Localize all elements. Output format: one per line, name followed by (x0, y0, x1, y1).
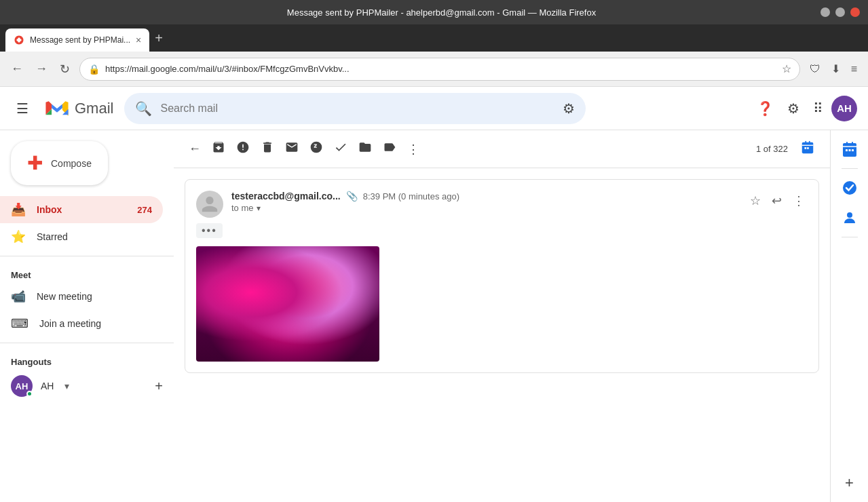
reload-button[interactable]: ↻ (57, 59, 73, 79)
url-text: https://mail.google.com/mail/u/3/#inbox/… (105, 64, 776, 74)
download-button[interactable]: ⬇ (829, 60, 843, 78)
url-bar[interactable]: 🔒 https://mail.google.com/mail/u/3/#inbo… (79, 58, 800, 81)
sidebar-divider (0, 256, 174, 256)
email-meta: testeraccbd@gmail.co... 📎 8:39 PM (0 min… (231, 191, 739, 213)
move-to-button[interactable] (354, 136, 376, 161)
reply-email-button[interactable]: ↩ (769, 191, 785, 211)
right-panel-divider-2 (842, 237, 858, 237)
mark-unread-button[interactable] (281, 136, 303, 161)
sidebar-item-starred[interactable]: ⭐ Starred (0, 223, 163, 250)
back-to-inbox-button[interactable]: ← (185, 138, 205, 160)
hangouts-username: AH (41, 381, 54, 391)
add-app-button[interactable]: + (836, 469, 863, 497)
gmail-logo: Gmail (45, 96, 113, 121)
online-status-dot (26, 391, 33, 397)
tabbar: Message sent by PHPMai... × + (0, 24, 868, 52)
hangouts-dropdown-icon[interactable]: ▾ (64, 381, 69, 391)
titlebar: Message sent by PHPMailer - ahelperbd@gm… (0, 0, 868, 24)
bookmark-icon[interactable]: ☆ (782, 62, 791, 75)
maximize-button[interactable] (835, 7, 845, 17)
email-image (196, 246, 379, 362)
email-time: 8:39 PM (0 minutes ago) (363, 191, 459, 201)
address-icons: 🛡 ⬇ ≡ (807, 60, 860, 78)
tab-favicon (14, 35, 24, 45)
hamburger-menu-button[interactable]: ☰ (11, 95, 34, 122)
svg-rect-6 (846, 142, 848, 144)
hangouts-section-label: Hangouts (0, 349, 174, 370)
addressbar: ← → ↻ 🔒 https://mail.google.com/mail/u/3… (0, 52, 868, 87)
compose-icon: ✚ (27, 152, 43, 174)
gmail-logo-text: Gmail (75, 100, 113, 117)
tab-label: Message sent by PHPMai... (30, 35, 130, 45)
minimize-button[interactable] (820, 7, 830, 17)
svg-rect-2 (809, 141, 810, 144)
sidebar-item-new-meeting[interactable]: 📹 New meeting (0, 283, 163, 310)
search-input[interactable] (160, 102, 554, 115)
sender-name: testeraccbd@gmail.co... (231, 191, 341, 201)
svg-rect-1 (805, 141, 806, 144)
delete-button[interactable] (257, 136, 278, 161)
calendar-button[interactable] (796, 136, 819, 162)
svg-rect-10 (852, 149, 854, 151)
star-email-button[interactable]: ☆ (747, 191, 763, 211)
browser-menu-button[interactable]: ≡ (848, 60, 860, 78)
google-contacts-button[interactable] (836, 204, 863, 231)
header-right: ❓ ⚙ ⠿ AH (751, 95, 857, 122)
add-task-button[interactable] (330, 136, 352, 161)
new-tab-button[interactable]: + (155, 31, 163, 46)
svg-rect-3 (804, 147, 806, 149)
new-meeting-label: New meeting (37, 291, 152, 302)
more-options-button[interactable]: ⋮ (403, 138, 423, 161)
sidebar-starred-label: Starred (37, 231, 152, 242)
compose-label: Compose (51, 158, 92, 169)
page-info: 1 of 322 (756, 144, 788, 154)
shield-button[interactable]: 🛡 (807, 60, 823, 78)
show-trimmed-content-button[interactable]: ••• (196, 223, 223, 238)
meet-section-label: Meet (0, 262, 174, 283)
browser-tab[interactable]: Message sent by PHPMai... × (5, 28, 149, 52)
right-panel: + (830, 130, 868, 502)
sender-row: testeraccbd@gmail.co... 📎 8:39 PM (0 min… (231, 191, 739, 201)
label-button[interactable] (379, 136, 400, 161)
forward-button[interactable]: → (33, 59, 50, 79)
google-calendar-button[interactable] (836, 136, 863, 163)
to-dropdown-icon[interactable]: ▾ (257, 204, 261, 213)
search-box[interactable]: 🔍 ⚙ (124, 93, 586, 124)
account-avatar[interactable]: AH (831, 96, 857, 121)
sidebar-item-join-meeting[interactable]: ⌨ Join a meeting (0, 310, 163, 337)
flower-photo (196, 246, 379, 362)
tab-close-button[interactable]: × (136, 35, 141, 45)
svg-rect-9 (848, 149, 850, 151)
inbox-count: 274 (137, 205, 152, 215)
snooze-button[interactable] (305, 136, 327, 161)
close-button[interactable] (850, 7, 860, 17)
spam-button[interactable] (232, 136, 254, 161)
sidebar-inbox-label: Inbox (37, 204, 126, 215)
help-button[interactable]: ❓ (751, 95, 779, 122)
gmail-header: ☰ Gmail 🔍 ⚙ ❓ ⚙ ⠿ AH (0, 87, 868, 130)
hangouts-user-row[interactable]: AH AH ▾ + (0, 370, 174, 402)
shield-icon: 🔒 (88, 64, 100, 75)
archive-button[interactable] (208, 136, 229, 161)
sidebar-item-inbox[interactable]: 📥 Inbox 274 (0, 196, 163, 223)
email-message: testeraccbd@gmail.co... 📎 8:39 PM (0 min… (185, 179, 819, 373)
back-button[interactable]: ← (8, 59, 26, 79)
svg-rect-8 (846, 149, 848, 151)
titlebar-title: Message sent by PHPMailer - ahelperbd@gm… (62, 7, 820, 18)
email-actions: ☆ ↩ ⋮ (747, 191, 808, 211)
hangouts-add-button[interactable]: + (155, 379, 163, 394)
svg-point-12 (847, 212, 852, 218)
google-tasks-button[interactable] (836, 174, 863, 201)
right-panel-divider (842, 168, 858, 169)
main-content: ✚ Compose 📥 Inbox 274 ⭐ Starred Meet 📹 N… (0, 130, 868, 502)
apps-button[interactable]: ⠿ (808, 95, 829, 122)
search-filter-button[interactable]: ⚙ (563, 100, 575, 117)
compose-button[interactable]: ✚ Compose (11, 141, 108, 185)
titlebar-controls (820, 7, 860, 17)
settings-button[interactable]: ⚙ (782, 95, 805, 122)
grid-icon: ⌨ (11, 316, 29, 331)
gmail-app: ☰ Gmail 🔍 ⚙ ❓ ⚙ ⠿ AH ✚ (0, 87, 868, 502)
join-meeting-label: Join a meeting (39, 318, 152, 329)
email-to-row: to me ▾ (231, 203, 739, 213)
email-more-button[interactable]: ⋮ (790, 191, 808, 211)
